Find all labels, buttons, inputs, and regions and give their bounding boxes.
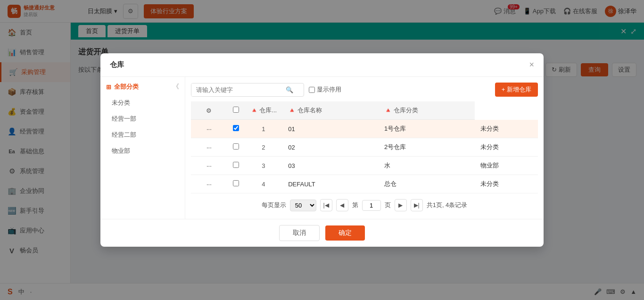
table-row[interactable]: ··· 4 DEFAULT 总仓 未分类	[191, 175, 538, 193]
col-code: 🔺 仓库...	[245, 101, 282, 120]
confirm-button[interactable]: 确定	[325, 225, 365, 241]
row-checkbox[interactable]	[233, 143, 239, 150]
category-header: ⊞ 全部分类 《	[100, 83, 185, 95]
row-checkbox[interactable]	[233, 162, 239, 168]
add-warehouse-button[interactable]: + 新增仓库	[495, 83, 538, 97]
warehouse-list-panel: 🔍 显示停用 + 新增仓库 ⚙	[185, 77, 544, 219]
row-gear: ···	[191, 120, 227, 138]
category-item-ops2[interactable]: 经营二部	[100, 127, 185, 143]
table-row[interactable]: ··· 1 01 1号仓库 未分类	[191, 120, 538, 138]
modal-header: 仓库 ×	[100, 53, 544, 77]
category-item-unclassified[interactable]: 未分类	[100, 95, 185, 111]
warehouse-table: ⚙ 🔺 仓库... 🔺 仓库名称	[191, 101, 538, 193]
modal-title: 仓库	[110, 60, 124, 69]
row-code: 03	[282, 157, 379, 175]
row-num: 1	[245, 120, 282, 138]
row-check[interactable]	[227, 157, 245, 175]
grid-icon: ⊞	[106, 83, 111, 91]
row-num: 3	[245, 157, 282, 175]
last-page-button[interactable]: ▶|	[411, 199, 423, 211]
total-records: 共1页, 4条记录	[427, 201, 468, 209]
search-icon[interactable]: 🔍	[286, 86, 297, 93]
select-all-checkbox[interactable]	[233, 107, 239, 113]
first-page-button[interactable]: |◀	[320, 199, 332, 211]
row-name: 水	[379, 157, 475, 175]
page-suffix: 页	[385, 201, 391, 209]
pagination: 每页显示 50 100 |◀ ◀ 第 页 ▶ ▶| 共1页, 4条记录	[191, 193, 538, 213]
search-input-wrap: 🔍	[191, 83, 304, 97]
col-category: 🔺 仓库分类	[379, 101, 475, 120]
col-check	[227, 101, 245, 120]
prev-page-button[interactable]: ◀	[336, 199, 348, 211]
next-page-button[interactable]: ▶	[395, 199, 407, 211]
page-number-input[interactable]	[362, 200, 381, 211]
row-checkbox[interactable]	[233, 125, 239, 131]
cancel-button[interactable]: 取消	[279, 225, 320, 241]
row-code: 02	[282, 138, 379, 157]
row-check[interactable]	[227, 175, 245, 193]
warehouse-modal: 仓库 × ⊞ 全部分类 《 未分类 经营一部 经营二部 物业部	[100, 53, 544, 247]
row-category: 未分类	[475, 175, 538, 193]
row-name: 2号仓库	[379, 138, 475, 157]
row-gear: ···	[191, 175, 227, 193]
col-name: 🔺 仓库名称	[282, 101, 379, 120]
row-category: 未分类	[475, 120, 538, 138]
row-gear: ···	[191, 157, 227, 175]
row-gear: ···	[191, 138, 227, 157]
row-num: 2	[245, 138, 282, 157]
show-disabled-checkbox[interactable]: 显示停用	[309, 85, 341, 94]
row-checkbox[interactable]	[233, 180, 239, 186]
modal-overlay: 仓库 × ⊞ 全部分类 《 未分类 经营一部 经营二部 物业部	[0, 0, 644, 300]
modal-close-button[interactable]: ×	[529, 60, 534, 70]
search-bar: 🔍 显示停用 + 新增仓库	[191, 83, 538, 97]
category-item-property[interactable]: 物业部	[100, 143, 185, 159]
search-input[interactable]	[191, 83, 286, 96]
row-name: 1号仓库	[379, 120, 475, 138]
collapse-icon[interactable]: 《	[173, 83, 179, 91]
modal-footer: 取消 确定	[100, 219, 544, 247]
row-code: 01	[282, 120, 379, 138]
row-category: 物业部	[475, 157, 538, 175]
table-row[interactable]: ··· 2 02 2号仓库 未分类	[191, 138, 538, 157]
disabled-checkbox-input[interactable]	[309, 87, 315, 93]
row-category: 未分类	[475, 138, 538, 157]
table-row[interactable]: ··· 3 03 水 物业部	[191, 157, 538, 175]
row-code: DEFAULT	[282, 175, 379, 193]
category-panel: ⊞ 全部分类 《 未分类 经营一部 经营二部 物业部	[100, 77, 185, 219]
row-name: 总仓	[379, 175, 475, 193]
row-num: 4	[245, 175, 282, 193]
category-item-ops1[interactable]: 经营一部	[100, 111, 185, 127]
warehouse-table-wrap: ⚙ 🔺 仓库... 🔺 仓库名称	[191, 101, 538, 193]
per-page-select[interactable]: 50 100	[290, 200, 316, 211]
page-label: 第	[352, 201, 358, 209]
modal-body: ⊞ 全部分类 《 未分类 经营一部 经营二部 物业部 🔍	[100, 77, 544, 219]
table-header-row: ⚙ 🔺 仓库... 🔺 仓库名称	[191, 101, 538, 120]
row-check[interactable]	[227, 138, 245, 157]
col-gear: ⚙	[191, 101, 227, 120]
all-category-item[interactable]: ⊞ 全部分类	[106, 83, 139, 91]
row-check[interactable]	[227, 120, 245, 138]
